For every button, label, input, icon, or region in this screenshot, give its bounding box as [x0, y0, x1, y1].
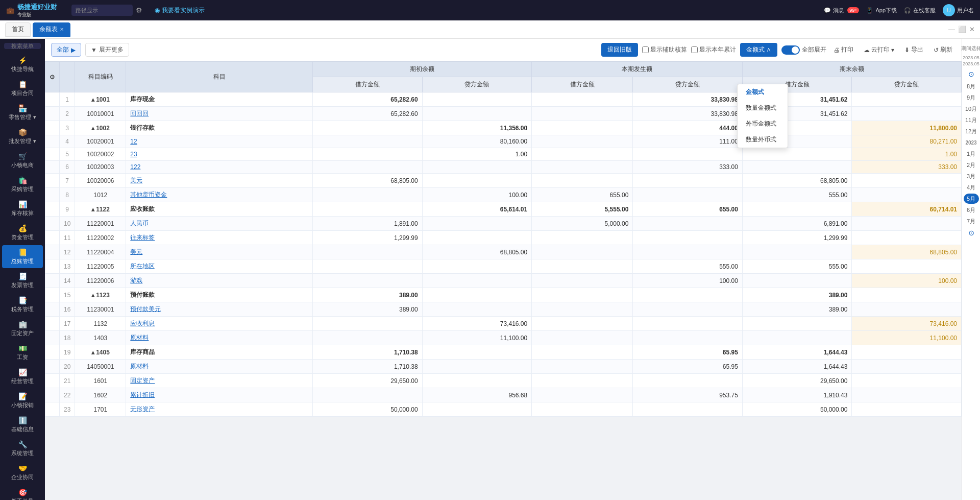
- row-gear[interactable]: [45, 107, 60, 121]
- month-11[interactable]: 11月: [964, 115, 979, 125]
- settings-icon[interactable]: ⚙: [136, 6, 142, 14]
- name-link[interactable]: 美元: [130, 248, 142, 255]
- name-link[interactable]: 无形资产: [130, 406, 155, 413]
- row-name[interactable]: 所在地区: [126, 259, 313, 274]
- row-name[interactable]: 预付款美元: [126, 302, 313, 317]
- name-link[interactable]: 人民币: [130, 220, 149, 227]
- row-gear[interactable]: [45, 331, 60, 345]
- row-gear[interactable]: [45, 135, 60, 148]
- name-link[interactable]: 游戏: [130, 277, 142, 284]
- month-4[interactable]: 4月: [964, 182, 979, 193]
- month-8[interactable]: 8月: [964, 81, 979, 91]
- name-link[interactable]: 所在地区: [130, 263, 155, 270]
- row-gear[interactable]: [45, 92, 60, 107]
- refresh-button[interactable]: ↺ 刷新: [930, 43, 955, 56]
- row-gear[interactable]: [45, 245, 60, 259]
- row-gear[interactable]: [45, 174, 60, 188]
- demo-link[interactable]: ◉ 我要看实例演示: [155, 6, 205, 15]
- sidebar-item-quick-nav[interactable]: ⚡ 快捷导航: [2, 53, 43, 76]
- tab-close-all-icon[interactable]: ✕: [969, 26, 975, 33]
- row-gear[interactable]: [45, 302, 60, 317]
- row-name[interactable]: 无形资产: [126, 402, 313, 417]
- row-gear[interactable]: [45, 202, 60, 217]
- sidebar-item-retail[interactable]: 🏪 零售管理 ▾: [2, 101, 43, 124]
- expand-button[interactable]: ▼ 展开更多: [85, 43, 129, 57]
- name-link[interactable]: 美元: [130, 177, 142, 184]
- all-button[interactable]: 全部 ▶: [51, 43, 81, 57]
- tab-home[interactable]: 首页: [5, 22, 31, 37]
- user-avatar[interactable]: U 用户名: [943, 4, 974, 16]
- name-link[interactable]: 回回回: [130, 110, 149, 117]
- month-3[interactable]: 3月: [964, 171, 979, 181]
- mode-button[interactable]: 金额式 ∧: [740, 43, 777, 57]
- row-name[interactable]: 人民币: [126, 217, 313, 231]
- sidebar-item-guide[interactable]: 🎯 新手引导: [2, 485, 43, 500]
- message-btn[interactable]: 💬 消息 99+: [824, 7, 859, 14]
- month-12[interactable]: 12月: [964, 126, 979, 136]
- row-name[interactable]: 回回回: [126, 107, 313, 121]
- export-button[interactable]: ⬇ 导出: [901, 43, 926, 56]
- sidebar-item-cooperation[interactable]: 🤝 企业协同: [2, 461, 43, 484]
- sidebar-item-invoice[interactable]: 🧾 发票管理: [2, 269, 43, 292]
- row-name[interactable]: 美元: [126, 245, 313, 259]
- sidebar-item-tax[interactable]: 📑 税务管理: [2, 293, 43, 316]
- month-1[interactable]: 1月: [964, 149, 979, 159]
- month-5[interactable]: 5月: [964, 194, 979, 204]
- row-name[interactable]: 原材料: [126, 360, 313, 374]
- month-10[interactable]: 10月: [964, 104, 979, 114]
- sidebar-item-ecommerce[interactable]: 🛒 小畅电商: [2, 149, 43, 172]
- row-name[interactable]: 游戏: [126, 274, 313, 288]
- tab-balance[interactable]: 余额表 ✕: [33, 22, 70, 37]
- row-name[interactable]: 122: [126, 161, 313, 174]
- row-gear[interactable]: [45, 217, 60, 231]
- name-link[interactable]: 累计折旧: [130, 391, 155, 398]
- row-name[interactable]: 固定资产: [126, 374, 313, 388]
- row-name[interactable]: 12: [126, 135, 313, 148]
- sidebar-item-assets[interactable]: 🏢 固定资产: [2, 317, 43, 340]
- sidebar-item-wholesale[interactable]: 📦 批发管理 ▾: [2, 125, 43, 148]
- full-expand-toggle[interactable]: 全部展开: [781, 45, 826, 55]
- print-button[interactable]: 🖨 打印: [830, 43, 856, 56]
- sidebar-item-inventory[interactable]: 📊 库存核算: [2, 197, 43, 220]
- name-link[interactable]: 122: [130, 163, 140, 171]
- row-gear[interactable]: [45, 231, 60, 245]
- row-name[interactable]: 美元: [126, 174, 313, 188]
- sidebar-item-payroll[interactable]: 💵 工资: [2, 341, 43, 364]
- return-old-version-button[interactable]: 退回旧版: [601, 43, 638, 57]
- name-link[interactable]: 固定资产: [130, 377, 155, 384]
- ytd-checkbox-input[interactable]: [691, 46, 698, 53]
- name-link[interactable]: 12: [130, 138, 137, 145]
- search-input[interactable]: [4, 43, 41, 49]
- row-gear[interactable]: [45, 345, 60, 360]
- row-gear[interactable]: [45, 402, 60, 417]
- sidebar-item-capital[interactable]: 💰 资金管理: [2, 221, 43, 244]
- name-link[interactable]: 往来标签: [130, 234, 155, 241]
- sidebar-item-operations[interactable]: 📈 经营管理: [2, 365, 43, 388]
- sidebar-item-purchase[interactable]: 🛍️ 采购管理: [2, 173, 43, 196]
- name-link[interactable]: 其他货币资金: [130, 191, 167, 198]
- online-service-btn[interactable]: 🎧 在线客服: [904, 7, 936, 14]
- row-gear[interactable]: [45, 148, 60, 161]
- tab-minimize-icon[interactable]: —: [948, 26, 955, 33]
- row-gear[interactable]: [45, 288, 60, 302]
- row-gear[interactable]: [45, 360, 60, 374]
- show-ytd-checkbox[interactable]: 显示本年累计: [691, 45, 736, 54]
- row-gear[interactable]: [45, 161, 60, 174]
- month-7[interactable]: 7月: [964, 216, 979, 226]
- row-gear[interactable]: [45, 121, 60, 135]
- sidebar-item-base[interactable]: ℹ️ 基础信息: [2, 413, 43, 436]
- row-name[interactable]: 23: [126, 148, 313, 161]
- sidebar-item-reports[interactable]: 📝 小畅报销: [2, 389, 43, 412]
- show-auxiliary-checkbox[interactable]: 显示辅助核算: [642, 45, 687, 54]
- tab-close-icon[interactable]: ✕: [60, 27, 64, 32]
- collapse-up-icon[interactable]: ⊙: [968, 70, 974, 78]
- row-gear[interactable]: [45, 274, 60, 288]
- name-link[interactable]: 原材料: [130, 334, 149, 341]
- dropdown-item-foreign-amount[interactable]: 外币金额式: [738, 116, 788, 132]
- row-name[interactable]: 应收利息: [126, 317, 313, 331]
- month-2[interactable]: 2月: [964, 160, 979, 170]
- sidebar-item-ledger[interactable]: 📒 总账管理: [2, 245, 43, 268]
- col-gear-header[interactable]: ⚙: [45, 62, 60, 92]
- row-gear[interactable]: [45, 374, 60, 388]
- toggle-track[interactable]: [781, 45, 800, 55]
